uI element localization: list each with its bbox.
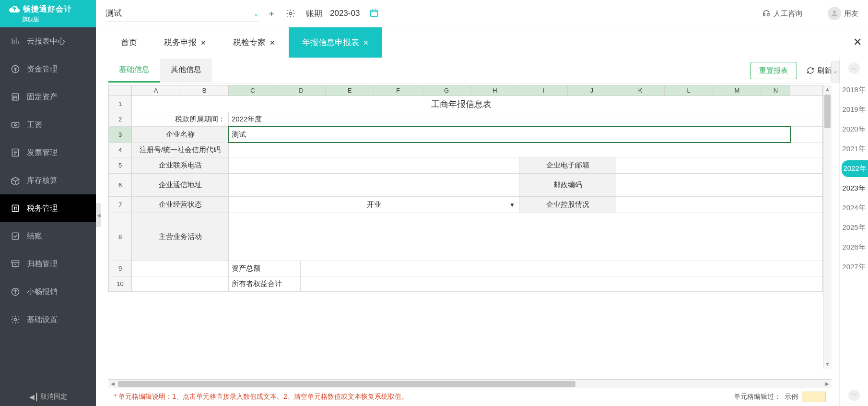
row-header[interactable]: 4 [109, 143, 132, 157]
close-icon[interactable]: ✕ [363, 39, 369, 47]
row-header[interactable]: 9 [109, 261, 132, 276]
col-header[interactable]: A [132, 85, 180, 96]
row-header[interactable]: 3 [109, 127, 132, 143]
status-value[interactable]: 开业 ▼ [229, 197, 519, 213]
subtab-other[interactable]: 其他信息 [160, 59, 212, 83]
subtab-basic[interactable]: 基础信息 [108, 59, 160, 83]
sidebar: 畅捷通好会计 旗舰版 云报表中心 资金管理 固定资产 工资 发票管理 库存核算 … [0, 0, 96, 406]
main-biz-value[interactable] [229, 213, 790, 261]
blank-cell[interactable] [132, 276, 229, 291]
sheet-corner[interactable] [109, 85, 132, 96]
sidebar-item-funds[interactable]: 资金管理 [0, 55, 96, 83]
sidebar-item-cloud-report[interactable]: 云报表中心 [0, 27, 96, 55]
year-2022[interactable]: 2022年 [842, 160, 868, 177]
consult-link[interactable]: 人工咨询 [762, 9, 802, 18]
user-menu[interactable]: 用友 [828, 7, 858, 20]
scrollbar-thumb[interactable] [824, 95, 831, 128]
col-header[interactable]: L [665, 85, 713, 96]
tab-annual-report[interactable]: 年报信息申报表✕ [289, 27, 382, 58]
email-value[interactable] [616, 157, 790, 173]
close-all-tabs[interactable]: ✕ [851, 36, 864, 48]
svg-rect-11 [371, 10, 378, 16]
year-2020[interactable]: 2020年 [840, 121, 868, 138]
col-header[interactable]: G [422, 85, 471, 96]
period-label-cell: 税款所属期间： [132, 112, 229, 126]
scroll-up-icon[interactable]: ▲ [823, 85, 832, 94]
year-2027[interactable]: 2027年 [840, 259, 868, 275]
row-header[interactable]: 6 [109, 174, 132, 196]
reset-report-button[interactable]: 重置报表 [750, 62, 797, 79]
add-button[interactable]: ＋ [265, 7, 278, 20]
year-2024[interactable]: 2024年 [840, 200, 868, 216]
total-assets-value[interactable] [301, 261, 790, 276]
tab-home[interactable]: 首页 [107, 27, 151, 58]
col-header[interactable]: F [374, 85, 422, 96]
table-row: 10 所有者权益合计 [109, 276, 822, 292]
table-row: 2 税款所属期间： 2022年度 [109, 112, 822, 127]
year-2025[interactable]: 2025年 [840, 219, 868, 236]
refresh-button[interactable]: 刷新 [807, 66, 832, 75]
equity-value[interactable] [301, 276, 790, 291]
settings-gear-button[interactable] [284, 7, 297, 20]
sidebar-item-invoice[interactable]: 发票管理 [0, 139, 96, 167]
col-header[interactable]: J [568, 85, 616, 96]
col-header[interactable]: I [519, 85, 568, 96]
scroll-down-icon[interactable]: ▼ [823, 360, 832, 369]
close-icon[interactable]: ✕ [200, 39, 206, 47]
horizontal-scrollbar[interactable]: ◀ ▶ [108, 379, 832, 388]
col-header[interactable]: N [762, 85, 790, 96]
year-2023[interactable]: 2023年 [840, 180, 868, 197]
col-header[interactable]: M [713, 85, 762, 96]
period-value-cell[interactable]: 2022年度 [229, 112, 790, 126]
row-header[interactable]: 1 [109, 96, 132, 112]
postcode-value[interactable] [616, 174, 790, 196]
sidebar-unpin[interactable]: ◀┃ 取消固定 [0, 387, 96, 406]
close-icon[interactable]: ✕ [270, 39, 275, 47]
calendar-icon[interactable] [369, 8, 379, 19]
brand-logo: 畅捷通好会计 旗舰版 [0, 0, 96, 27]
holding-value[interactable] [616, 197, 790, 213]
tab-label: 首页 [121, 37, 137, 48]
blank-cell[interactable] [132, 261, 229, 276]
row-header[interactable]: 2 [109, 112, 132, 126]
col-header[interactable]: K [616, 85, 665, 96]
year-2018[interactable]: 2018年 [840, 82, 868, 98]
sidebar-item-label: 云报表中心 [27, 36, 65, 47]
rail-scroll-down[interactable]: ﹀ [848, 390, 860, 401]
tab-tax-expert[interactable]: 税检专家✕ [220, 27, 289, 58]
scroll-left-icon[interactable]: ◀ [108, 381, 117, 386]
row-header[interactable]: 7 [109, 197, 132, 213]
tab-tax-declare[interactable]: 税务申报✕ [151, 27, 220, 58]
col-header[interactable]: D [277, 85, 326, 96]
sidebar-item-archive[interactable]: 归档管理 [0, 250, 96, 278]
sidebar-item-fixed-assets[interactable]: 固定资产 [0, 83, 96, 111]
sidebar-item-salary[interactable]: 工资 [0, 111, 96, 139]
rail-scroll-up[interactable]: ︿ [848, 62, 860, 74]
col-header[interactable]: E [326, 85, 374, 96]
year-2021[interactable]: 2021年 [840, 141, 868, 157]
sidebar-item-settings[interactable]: 基础设置 [0, 306, 96, 334]
address-value[interactable] [229, 174, 519, 196]
row-header[interactable]: 5 [109, 157, 132, 173]
sidebar-item-inventory[interactable]: 库存核算 [0, 167, 96, 194]
year-2026[interactable]: 2026年 [840, 239, 868, 256]
col-header[interactable]: C [229, 85, 277, 96]
scrollbar-thumb[interactable] [118, 381, 575, 387]
row-header[interactable]: 8 [109, 213, 132, 261]
phone-value[interactable] [229, 157, 519, 173]
scroll-right-icon[interactable]: ▶ [823, 381, 832, 386]
company-selector[interactable]: 测试 ⌄ [106, 5, 259, 22]
sidebar-collapse-handle[interactable]: ◀ [96, 203, 101, 227]
rail-collapse-handle[interactable]: « [831, 61, 840, 83]
sidebar-item-tax[interactable]: 税务管理 [0, 194, 96, 222]
col-header[interactable]: H [471, 85, 519, 96]
table-row: 1 工商年报信息表 [109, 96, 822, 112]
reg-code-value[interactable] [229, 143, 790, 157]
year-2019[interactable]: 2019年 [840, 101, 868, 118]
sidebar-item-reimburse[interactable]: 小畅报销 [0, 278, 96, 306]
col-header[interactable]: B [180, 85, 229, 96]
row-header[interactable]: 10 [109, 276, 132, 291]
sidebar-item-close-account[interactable]: 结账 [0, 222, 96, 250]
vertical-scrollbar[interactable]: ▲ ▼ [823, 85, 832, 369]
company-name-value[interactable]: 测试 [229, 127, 790, 143]
